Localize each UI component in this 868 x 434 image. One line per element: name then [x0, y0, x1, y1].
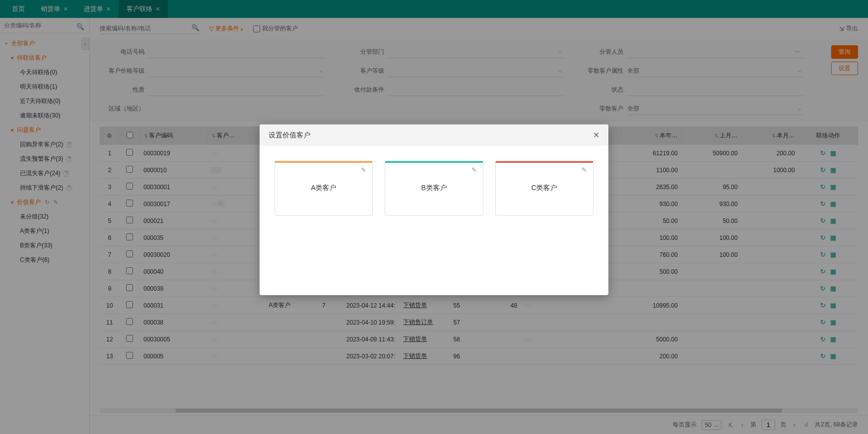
- modal-body: ✎ A类客户 ✎ B类客户 ✎ C类客户: [260, 146, 608, 295]
- edit-icon[interactable]: ✎: [471, 166, 477, 174]
- card-accent-bar: [275, 161, 372, 163]
- value-customer-modal: 设置价值客户 ✕ ✎ A类客户 ✎ B类客户 ✎ C类客户: [260, 124, 608, 295]
- category-card-c[interactable]: ✎ C类客户: [495, 161, 593, 216]
- card-accent-bar: [385, 161, 482, 163]
- edit-icon[interactable]: ✎: [361, 166, 366, 174]
- category-card-a[interactable]: ✎ A类客户: [275, 161, 373, 216]
- modal-header: 设置价值客户 ✕: [260, 124, 608, 146]
- card-label: C类客户: [531, 184, 557, 193]
- modal-title: 设置价值客户: [269, 131, 310, 140]
- edit-icon[interactable]: ✎: [581, 166, 587, 174]
- card-accent-bar: [496, 161, 593, 163]
- modal-overlay[interactable]: 设置价值客户 ✕ ✎ A类客户 ✎ B类客户 ✎ C类客户: [0, 0, 868, 434]
- card-label: A类客户: [311, 184, 336, 193]
- category-card-b[interactable]: ✎ B类客户: [385, 161, 483, 216]
- modal-close-button[interactable]: ✕: [593, 130, 599, 140]
- card-label: B类客户: [421, 184, 446, 193]
